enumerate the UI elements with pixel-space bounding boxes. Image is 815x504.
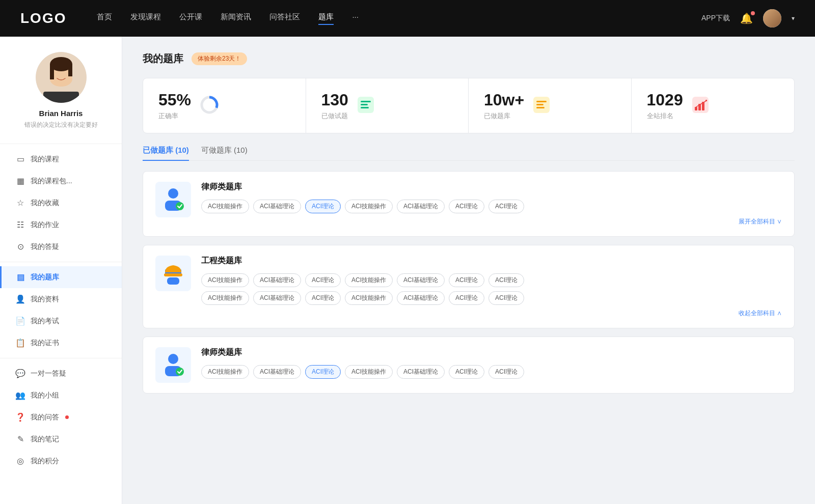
nav-open-course[interactable]: 公开课: [179, 12, 202, 25]
sidebar-label-courses: 我的课程: [31, 155, 59, 164]
tag-lawyer2-2[interactable]: ACI理论: [305, 365, 341, 379]
svg-rect-7: [43, 92, 79, 103]
tag-eng-r2-0[interactable]: ACI技能操作: [201, 291, 249, 305]
subject-title-lawyer-2: 律师类题库: [201, 347, 782, 358]
course-package-icon: ▦: [15, 176, 25, 186]
tag-eng-r1-0[interactable]: ACI技能操作: [201, 273, 249, 287]
sidebar-item-homework[interactable]: ☷ 我的作业: [0, 214, 122, 236]
subject-card-lawyer-2: 律师类题库 ACI技能操作 ACI基础理论 ACI理论 ACI技能操作 ACI基…: [143, 337, 795, 394]
tag-lawyer2-1[interactable]: ACI基础理论: [253, 365, 301, 379]
sidebar-label-1to1: 一对一答疑: [31, 369, 66, 378]
tag-lawyer1-5[interactable]: ACI理论: [449, 200, 484, 213]
sidebar-item-groups[interactable]: 👥 我的小组: [0, 384, 122, 406]
tag-lawyer2-0[interactable]: ACI技能操作: [201, 365, 249, 379]
tag-lawyer2-5[interactable]: ACI理论: [449, 365, 484, 379]
stats-row: 55% 正确率 130 已做试题: [143, 78, 795, 133]
sidebar: Brian Harris 错误的决定比没有决定要好 ▭ 我的课程 ▦ 我的课程包…: [0, 37, 122, 504]
subject-tags-engineer-row2: ACI技能操作 ACI基础理论 ACI理论 ACI技能操作 ACI基础理论 AC…: [201, 291, 782, 305]
tag-lawyer1-0[interactable]: ACI技能操作: [201, 200, 249, 213]
tag-eng-r1-4[interactable]: ACI基础理论: [397, 273, 445, 287]
stat-done-banks-value: 10w+: [484, 91, 524, 109]
tag-eng-r1-5[interactable]: ACI理论: [449, 273, 484, 287]
user-menu-chevron[interactable]: ▾: [792, 15, 795, 22]
user-name: Brian Harris: [39, 109, 83, 118]
svg-rect-5: [50, 64, 54, 79]
groups-icon: 👥: [15, 390, 25, 400]
exams-icon: 📄: [15, 316, 25, 326]
sidebar-item-materials[interactable]: 👤 我的资料: [0, 288, 122, 310]
sidebar-label-homework: 我的作业: [31, 220, 59, 230]
sidebar-item-certificate[interactable]: 📋 我的证书: [0, 332, 122, 354]
tag-eng-r2-3[interactable]: ACI技能操作: [345, 291, 393, 305]
tag-eng-r2-1[interactable]: ACI基础理论: [253, 291, 301, 305]
tag-lawyer1-3[interactable]: ACI技能操作: [345, 200, 393, 213]
svg-rect-6: [68, 64, 72, 76]
tag-lawyer2-4[interactable]: ACI基础理论: [397, 365, 445, 379]
sidebar-menu: ▭ 我的课程 ▦ 我的课程包... ☆ 我的收藏 ☷ 我的作业 ⊙ 我的答疑 ▤: [0, 148, 122, 472]
stat-done-questions-label: 已做试题: [321, 111, 348, 121]
svg-rect-13: [361, 104, 368, 105]
subject-content-lawyer-2: 律师类题库 ACI技能操作 ACI基础理论 ACI理论 ACI技能操作 ACI基…: [201, 347, 782, 383]
stat-rank-value: 1029: [647, 91, 683, 109]
notes-icon: ✎: [15, 434, 25, 444]
user-avatar[interactable]: [36, 52, 87, 103]
tag-eng-r1-3[interactable]: ACI技能操作: [345, 273, 393, 287]
nav-news[interactable]: 新闻资讯: [221, 12, 251, 25]
collapse-engineer[interactable]: 收起全部科目 ∧: [201, 309, 782, 318]
tag-eng-r2-4[interactable]: ACI基础理论: [397, 291, 445, 305]
tag-eng-r1-2[interactable]: ACI理论: [305, 273, 341, 287]
tab-done-banks[interactable]: 已做题库 (10): [143, 146, 189, 160]
tag-lawyer1-6[interactable]: ACI理论: [488, 200, 524, 213]
avatar-img-nav: [763, 9, 781, 27]
tag-eng-r2-6[interactable]: ACI理论: [488, 291, 524, 305]
sidebar-item-qa[interactable]: ⊙ 我的答疑: [0, 236, 122, 258]
tag-lawyer2-6[interactable]: ACI理论: [488, 365, 524, 379]
nav-discover[interactable]: 发现课程: [130, 12, 161, 25]
sidebar-item-questions[interactable]: ❓ 我的问答: [0, 406, 122, 428]
navbar: LOGO 首页 发现课程 公开课 新闻资讯 问答社区 题库 ··· APP下载 …: [0, 0, 815, 37]
nav-more[interactable]: ···: [352, 12, 359, 25]
tag-lawyer1-4[interactable]: ACI基础理论: [397, 200, 445, 213]
tag-eng-r2-2[interactable]: ACI理论: [305, 291, 341, 305]
sidebar-item-course-package[interactable]: ▦ 我的课程包...: [0, 170, 122, 192]
favorites-icon: ☆: [15, 198, 25, 208]
sidebar-label-qa: 我的答疑: [31, 242, 59, 251]
subject-tags-lawyer-1: ACI技能操作 ACI基础理论 ACI理论 ACI技能操作 ACI基础理论 AC…: [201, 200, 782, 213]
sidebar-item-question-bank[interactable]: ▤ 我的题库: [0, 266, 122, 288]
svg-rect-16: [536, 101, 547, 102]
notification-bell[interactable]: 🔔: [740, 12, 753, 24]
sidebar-label-certificate: 我的证书: [31, 339, 59, 348]
sidebar-item-favorites[interactable]: ☆ 我的收藏: [0, 192, 122, 214]
sidebar-item-points[interactable]: ◎ 我的积分: [0, 450, 122, 472]
subject-title-lawyer-1: 律师类题库: [201, 182, 782, 192]
sidebar-label-favorites: 我的收藏: [31, 199, 59, 208]
subject-content-engineer: 工程类题库 ACI技能操作 ACI基础理论 ACI理论 ACI技能操作 ACI基…: [201, 256, 782, 318]
sidebar-item-courses[interactable]: ▭ 我的课程: [0, 148, 122, 170]
tag-lawyer1-2[interactable]: ACI理论: [305, 200, 341, 213]
stat-accuracy: 55% 正确率: [143, 78, 306, 133]
logo[interactable]: LOGO: [20, 10, 66, 26]
stat-accuracy-value: 55%: [158, 91, 191, 109]
engineer-icon: [155, 256, 191, 291]
sidebar-item-exams[interactable]: 📄 我的考试: [0, 310, 122, 332]
tag-lawyer2-3[interactable]: ACI技能操作: [345, 365, 393, 379]
expand-lawyer-1[interactable]: 展开全部科目 ∨: [201, 217, 782, 226]
tag-eng-r2-5[interactable]: ACI理论: [449, 291, 484, 305]
nav-links: 首页 发现课程 公开课 新闻资讯 问答社区 题库 ···: [97, 12, 701, 25]
tag-eng-r1-1[interactable]: ACI基础理论: [253, 273, 301, 287]
tag-lawyer1-1[interactable]: ACI基础理论: [253, 200, 301, 213]
nav-qa[interactable]: 问答社区: [269, 12, 300, 25]
trial-badge: 体验剩余23天！: [192, 52, 247, 65]
nav-question-bank[interactable]: 题库: [318, 12, 334, 25]
page-container: Brian Harris 错误的决定比没有决定要好 ▭ 我的课程 ▦ 我的课程包…: [0, 37, 815, 504]
svg-point-35: [176, 368, 184, 376]
tag-eng-r1-6[interactable]: ACI理论: [488, 273, 524, 287]
app-download-link[interactable]: APP下载: [701, 14, 730, 23]
sidebar-item-1to1[interactable]: 💬 一对一答疑: [0, 362, 122, 384]
tab-available-banks[interactable]: 可做题库 (10): [201, 146, 248, 160]
materials-icon: 👤: [15, 294, 25, 304]
notification-dot: [751, 11, 755, 15]
user-avatar-nav[interactable]: [763, 9, 781, 27]
nav-home[interactable]: 首页: [97, 12, 112, 25]
sidebar-item-notes[interactable]: ✎ 我的笔记: [0, 428, 122, 450]
